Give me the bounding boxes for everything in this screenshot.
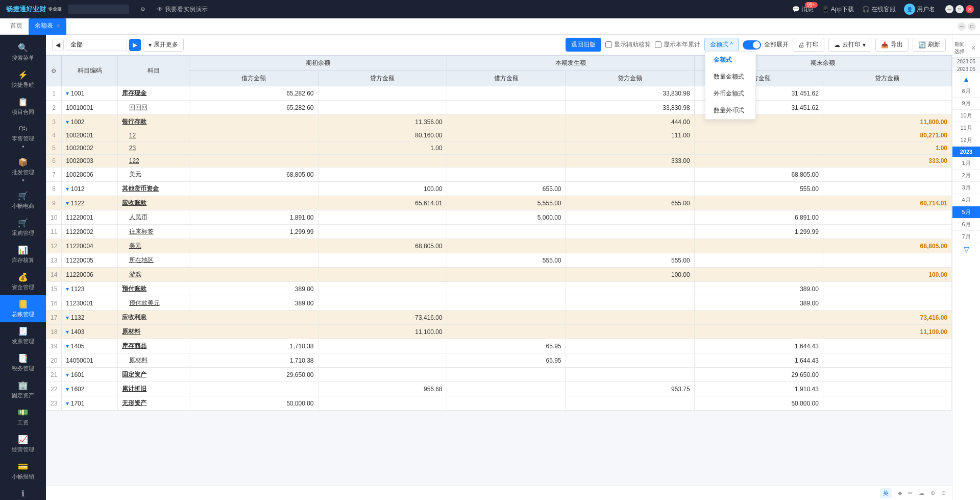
- sidebar-item-basic[interactable]: ℹ 基础信息: [0, 485, 46, 500]
- tab-home[interactable]: 首页: [4, 18, 29, 35]
- table-row-name[interactable]: 累计折旧: [118, 382, 189, 396]
- period-year-2023-top[interactable]: 2023.05: [952, 58, 980, 65]
- close-btn[interactable]: ✕: [966, 5, 974, 13]
- return-old-btn[interactable]: 退回旧版: [566, 38, 601, 52]
- sidebar-item-tax[interactable]: 📑 税务管理: [0, 349, 46, 376]
- sidebar-item-inventory[interactable]: 📊 库存核算: [0, 241, 46, 268]
- message-btn[interactable]: 💬 消息 99+: [792, 5, 814, 14]
- table-row-name[interactable]: 人民币: [118, 210, 189, 225]
- period-apr[interactable]: 4月: [952, 194, 980, 206]
- table-row-name[interactable]: 23: [118, 142, 189, 155]
- sidebar-item-operations[interactable]: 📈 经营管理: [0, 431, 46, 458]
- auxiliary-checkbox[interactable]: [605, 41, 612, 48]
- table-row-name[interactable]: 美元: [118, 168, 189, 182]
- period-up-arrow[interactable]: ▲: [961, 73, 972, 85]
- table-row-name[interactable]: 美元: [118, 239, 189, 253]
- sidebar-item-search[interactable]: 🔍 搜索菜单: [0, 39, 46, 66]
- sidebar-item-expense[interactable]: 💳 小畅报销: [0, 458, 46, 485]
- period-mar[interactable]: 3月: [952, 182, 980, 194]
- table-row-name[interactable]: 无形资产: [118, 396, 189, 411]
- right-panel-close-btn[interactable]: ✕: [969, 42, 978, 54]
- status-edit-icon[interactable]: ✏: [908, 490, 913, 496]
- topbar-settings-btn[interactable]: ⚙: [135, 4, 151, 15]
- sidebar-item-quicknav[interactable]: ⚡ 快捷导航: [0, 66, 46, 93]
- sidebar-item-wholesale[interactable]: 📦 批发管理 ▾: [0, 153, 46, 187]
- panel-minimize-btn[interactable]: ─: [958, 22, 966, 31]
- table-row-name[interactable]: 12: [118, 129, 189, 142]
- table-row-name[interactable]: 预付账款: [118, 282, 189, 296]
- nav-next-btn[interactable]: ▶: [129, 39, 141, 51]
- period-year-2023-2[interactable]: 2023.05: [952, 65, 980, 73]
- table-row-name[interactable]: 库存商品: [118, 339, 189, 353]
- table-row-name[interactable]: 固定资产: [118, 368, 189, 382]
- show-year-total-check[interactable]: 显示本年累计: [655, 40, 700, 49]
- export-btn[interactable]: 📤 导出: [875, 38, 909, 52]
- search-input[interactable]: [66, 39, 127, 51]
- status-circle-icon[interactable]: ⊙: [941, 490, 946, 496]
- sidebar-item-ecommerce[interactable]: 🛒 小畅电商: [0, 187, 46, 214]
- title-input[interactable]: [68, 5, 129, 14]
- maximize-btn[interactable]: □: [955, 5, 964, 13]
- table-row-name[interactable]: 库存现金: [118, 86, 189, 101]
- sidebar-item-ledger[interactable]: 📒 总账管理: [0, 295, 46, 322]
- table-row-name[interactable]: 回回回: [118, 101, 189, 115]
- period-jun[interactable]: 6月: [952, 219, 980, 231]
- status-en[interactable]: 英: [880, 488, 892, 498]
- table-row-name[interactable]: 银行存款: [118, 115, 189, 129]
- period-nov[interactable]: 11月: [952, 122, 980, 134]
- period-sep[interactable]: 9月: [952, 98, 980, 110]
- minimize-btn[interactable]: ─: [945, 5, 953, 13]
- cloud-print-btn[interactable]: ☁ 云打印 ▾: [828, 38, 871, 52]
- table-row-name[interactable]: 原材料: [118, 325, 189, 339]
- show-auxiliary-check[interactable]: 显示辅助核算: [605, 40, 651, 49]
- tab-balance-close[interactable]: ✕: [56, 23, 60, 29]
- user-avatar-btn[interactable]: 👤 用户名: [904, 4, 935, 15]
- settings-gear-icon[interactable]: ⚙: [51, 67, 57, 75]
- period-down-arrow[interactable]: ▽: [962, 243, 971, 255]
- tab-balance[interactable]: 余额表 ✕: [29, 18, 66, 35]
- sidebar-item-salary[interactable]: 💵 工资: [0, 403, 46, 431]
- sidebar-item-contract[interactable]: 📋 项目合同: [0, 93, 46, 120]
- period-jan[interactable]: 1月: [952, 157, 980, 170]
- table-row-name[interactable]: 原材料: [118, 353, 189, 368]
- table-row-name[interactable]: 122: [118, 155, 189, 168]
- table-row-name[interactable]: 应收利息: [118, 311, 189, 325]
- print-btn[interactable]: 🖨 打印: [793, 38, 824, 52]
- year-total-checkbox[interactable]: [655, 41, 662, 48]
- sidebar-item-assets[interactable]: 🏢 固定资产: [0, 376, 46, 403]
- panel-maximize-btn[interactable]: □: [968, 22, 976, 31]
- refresh-btn[interactable]: 🔄 刷新: [913, 38, 946, 52]
- amount-mode-dropdown[interactable]: 金额式 ^ 金额式 数量金额式 外币金额式 数量外币式: [704, 38, 739, 52]
- sidebar-item-funds[interactable]: 💰 资金管理: [0, 268, 46, 295]
- mode-amount[interactable]: 金额式: [705, 52, 755, 68]
- mode-qty-fx[interactable]: 数量外币式: [705, 102, 755, 119]
- status-diamond-icon[interactable]: ◆: [898, 490, 902, 496]
- mode-fx-amount[interactable]: 外币金额式: [705, 85, 755, 102]
- table-container[interactable]: ⚙ 科目编码 科目 期初余额 本期发生额 期末余额 借方金额 贷方金额 借方金额…: [46, 55, 952, 486]
- period-jul[interactable]: 7月: [952, 231, 980, 243]
- status-cloud-icon[interactable]: ☁: [919, 490, 924, 496]
- period-oct[interactable]: 10月: [952, 110, 980, 122]
- table-row-name[interactable]: 往来标签: [118, 225, 189, 239]
- status-plus-icon[interactable]: ⊕: [930, 490, 935, 496]
- expand-more-btn[interactable]: ▾ 展开更多: [143, 38, 184, 52]
- nav-prev-btn[interactable]: ◀: [52, 39, 64, 51]
- demo-link[interactable]: 👁 我要看实例演示: [157, 5, 208, 14]
- table-row-name[interactable]: 所在地区: [118, 253, 189, 268]
- period-may[interactable]: 5月: [952, 206, 980, 219]
- app-download-btn[interactable]: 📱 App下载: [822, 5, 854, 14]
- table-row-name[interactable]: 预付款美元: [118, 296, 189, 311]
- period-2023[interactable]: 2023: [952, 147, 980, 157]
- period-aug[interactable]: 8月: [952, 85, 980, 98]
- table-row-name[interactable]: 其他货币资金: [118, 182, 189, 196]
- sidebar-item-purchase[interactable]: 🛒 采购管理: [0, 214, 46, 241]
- online-service-btn[interactable]: 🎧 在线客服: [862, 5, 896, 14]
- period-dec[interactable]: 12月: [952, 134, 980, 147]
- sidebar-item-retail[interactable]: 🛍 零售管理 ▾: [0, 120, 46, 153]
- mode-qty-amount[interactable]: 数量金额式: [705, 68, 755, 85]
- expand-all-toggle[interactable]: [743, 40, 761, 50]
- table-row-name[interactable]: 游戏: [118, 268, 189, 282]
- table-row-name[interactable]: 应收账款: [118, 196, 189, 210]
- period-feb[interactable]: 2月: [952, 170, 980, 182]
- sidebar-item-invoice[interactable]: 🧾 发票管理: [0, 322, 46, 349]
